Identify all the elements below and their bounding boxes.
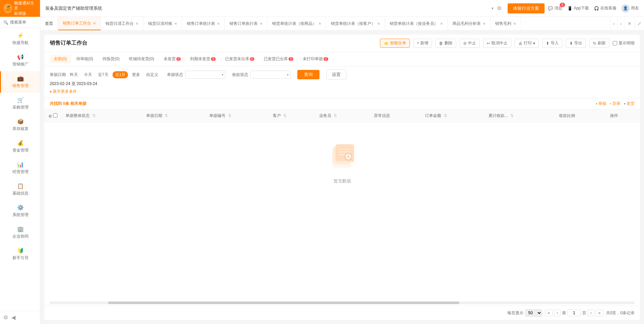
tab-close-sales-order[interactable]: ✕ bbox=[93, 22, 96, 25]
sort-icon[interactable]: ⇅ bbox=[444, 113, 447, 118]
tab-goods-stats-product[interactable]: 销货单统计表（按商品）✕ bbox=[267, 17, 326, 30]
batch-action-发货[interactable]: 发货 bbox=[624, 101, 635, 107]
tab-goods-stats-customer[interactable]: 销货单统计表（按客户）✕ bbox=[326, 17, 385, 30]
tab-close-cash-daily[interactable]: ✕ bbox=[136, 22, 138, 26]
export-button[interactable]: ⬇ 导出 bbox=[566, 39, 586, 48]
smart-create-button[interactable]: ⭐ 智能生单 bbox=[380, 39, 410, 48]
date-option-近1月[interactable]: 近1月 bbox=[113, 71, 128, 78]
show-detail-checkbox[interactable] bbox=[613, 41, 617, 45]
scrollbar-thumb[interactable] bbox=[108, 301, 459, 304]
delete-button[interactable]: 🗑 删除 bbox=[435, 39, 456, 48]
sort-icon[interactable]: ⇅ bbox=[92, 113, 96, 118]
tab-scroll-left-btn[interactable]: ‹ bbox=[610, 17, 617, 30]
tab-goods-margin[interactable]: 商品毛利分析表✕ bbox=[448, 17, 490, 30]
sort-icon[interactable]: ⇅ bbox=[228, 113, 231, 118]
tab-close-goods-stats-staff[interactable]: ✕ bbox=[440, 22, 443, 26]
status-select-wrap bbox=[185, 71, 225, 79]
sidebar-item-purchase[interactable]: 🛒采购管理 bbox=[0, 93, 40, 114]
status-filter-label: 单据状态 bbox=[167, 72, 183, 78]
service-btn[interactable]: 🎧 在线客服 bbox=[594, 5, 616, 11]
tab-maximize-btn[interactable]: ⤢ bbox=[634, 17, 644, 30]
subtab-overdue-not-shipped[interactable]: 到期未发货0 bbox=[186, 55, 220, 63]
tab-sales-extra[interactable]: 销售毛利✕ bbox=[490, 17, 521, 30]
refresh-button[interactable]: ↻ 刷新 bbox=[589, 39, 609, 48]
sort-icon[interactable]: ⇅ bbox=[165, 113, 168, 118]
sidebar-item-sales[interactable]: 💼销售管理 bbox=[0, 71, 40, 93]
topbar-settings-icon[interactable]: ⚙ bbox=[497, 5, 502, 11]
date-option-近7天[interactable]: 近7天 bbox=[96, 71, 111, 78]
tab-close-sales-extra[interactable]: ✕ bbox=[513, 22, 516, 26]
query-button[interactable]: 查询 bbox=[297, 70, 319, 79]
status-select[interactable] bbox=[185, 71, 225, 79]
tab-close-goods-stats-customer[interactable]: ✕ bbox=[377, 22, 380, 26]
sort-icon[interactable]: ⇅ bbox=[510, 113, 514, 118]
trial-button[interactable]: 体验行业方案 bbox=[508, 3, 545, 13]
sidebar-item-quick-nav[interactable]: ⚡快捷导航 bbox=[0, 28, 40, 50]
sort-icon[interactable]: ⇅ bbox=[283, 113, 287, 118]
record-count: 0条 bbox=[63, 101, 69, 106]
subtab-pending-review[interactable]: 待审核(0) bbox=[72, 55, 97, 63]
tab-sales-stats[interactable]: 销售订单统计表✕ bbox=[182, 17, 225, 30]
sidebar-item-system[interactable]: ⚙️系统管理 bbox=[0, 200, 40, 222]
subtab-pending-check[interactable]: 待拣货(0) bbox=[98, 55, 124, 63]
collapse-icon[interactable]: ◀ bbox=[11, 314, 15, 321]
expand-filter-button[interactable]: ▾ 展开更多条件 bbox=[50, 89, 77, 94]
sidebar-item-basic-info[interactable]: 📋基础信息 bbox=[0, 179, 40, 200]
tab-home[interactable]: 首页 bbox=[40, 17, 58, 30]
tab-cash-daily[interactable]: 钱货日清工作台✕ bbox=[101, 17, 143, 30]
stop-button[interactable]: ⊘ 中止 bbox=[460, 39, 480, 48]
first-page-btn[interactable]: « bbox=[545, 310, 553, 316]
tab-close-goods-stats-product[interactable]: ✕ bbox=[318, 22, 321, 26]
batch-action-弃审[interactable]: 弃审 bbox=[610, 101, 620, 107]
tab-close-sales-execute[interactable]: ✕ bbox=[260, 22, 262, 26]
add-button[interactable]: + 新增 bbox=[413, 39, 432, 48]
sidebar-item-marketing[interactable]: 📢营销推广 bbox=[0, 50, 40, 71]
import-button[interactable]: ⬆ 导入 bbox=[542, 39, 562, 48]
tab-close-cash-reconcile[interactable]: ✕ bbox=[174, 22, 177, 26]
tab-scroll-right-btn[interactable]: › bbox=[617, 17, 625, 30]
subtab-wangpu-pending[interactable]: 旺铺待发货(0) bbox=[125, 55, 158, 63]
search-menu[interactable]: 🔍 搜索菜单 bbox=[0, 17, 40, 28]
subtab-not-shipped[interactable]: 未发货0 bbox=[160, 55, 185, 63]
sidebar-item-enterprise[interactable]: 🏢企业协同 bbox=[0, 222, 40, 243]
tab-close-goods-margin[interactable]: ✕ bbox=[483, 22, 485, 26]
page-size-select[interactable]: 50 10 20 100 bbox=[525, 309, 542, 317]
sidebar-item-inventory[interactable]: 📦库存核算 bbox=[0, 114, 40, 136]
last-page-btn[interactable]: » bbox=[596, 310, 603, 316]
user-btn[interactable]: 👤 用友 bbox=[621, 4, 639, 12]
prev-page-btn[interactable]: ‹ bbox=[554, 310, 561, 316]
date-option-今天[interactable]: 今天 bbox=[82, 71, 94, 78]
sidebar-item-guide[interactable]: 🔰新手引导 bbox=[0, 243, 40, 265]
subtab-shipped-not-out[interactable]: 已发货未出库0 bbox=[221, 55, 259, 63]
subtab-label-not-shipped: 未发货 bbox=[164, 56, 176, 61]
horizontal-scrollbar[interactable] bbox=[50, 301, 635, 304]
sidebar-item-finance[interactable]: 💰资金管理 bbox=[0, 136, 40, 157]
date-option-昨天[interactable]: 昨天 bbox=[68, 71, 80, 78]
sidebar-item-operations[interactable]: 📊经营管理 bbox=[0, 157, 40, 179]
tab-sales-execute[interactable]: 销售订单执行表✕ bbox=[225, 17, 267, 30]
sort-icon[interactable]: ⇅ bbox=[334, 113, 337, 118]
cancel-stop-button[interactable]: ↩ 取消中止 bbox=[483, 39, 511, 48]
tab-goods-stats-staff[interactable]: 销货单统计表（按业务员）✕ bbox=[385, 17, 448, 30]
select-all-checkbox[interactable] bbox=[53, 113, 57, 118]
message-btn[interactable]: 💬 消息 5 bbox=[548, 5, 562, 11]
page-input[interactable] bbox=[567, 310, 581, 316]
date-option-更多[interactable]: 更多 bbox=[130, 71, 142, 78]
tab-sales-order[interactable]: 销售订单工作台✕ bbox=[58, 17, 101, 30]
date-option-自定义[interactable]: 自定义 bbox=[144, 71, 160, 78]
show-detail-toggle[interactable]: 显示明细 bbox=[613, 40, 635, 46]
tab-close-sales-stats[interactable]: ✕ bbox=[217, 22, 220, 26]
column-gear-icon[interactable]: ⚙ bbox=[48, 114, 52, 119]
subtab-not-printed[interactable]: 未打印单据0 bbox=[299, 55, 332, 63]
subtab-shipped-out[interactable]: 已发货已出库0 bbox=[260, 55, 297, 63]
print-button[interactable]: 🖨 打印 ▾ bbox=[515, 39, 539, 48]
subtab-all[interactable]: 全部(0) bbox=[50, 55, 71, 63]
app-download-btn[interactable]: 📱 App下载 bbox=[567, 5, 589, 11]
payment-select[interactable] bbox=[250, 71, 291, 79]
tab-close-all-btn[interactable]: ✕ bbox=[625, 17, 634, 30]
settings-icon[interactable]: ⚙ bbox=[3, 314, 8, 321]
batch-action-审核[interactable]: 审核 bbox=[596, 101, 606, 107]
next-page-btn[interactable]: › bbox=[588, 310, 594, 316]
setting-button[interactable]: 设置 bbox=[326, 70, 346, 80]
tab-cash-reconcile[interactable]: 钱货日清对账✕ bbox=[143, 17, 182, 30]
